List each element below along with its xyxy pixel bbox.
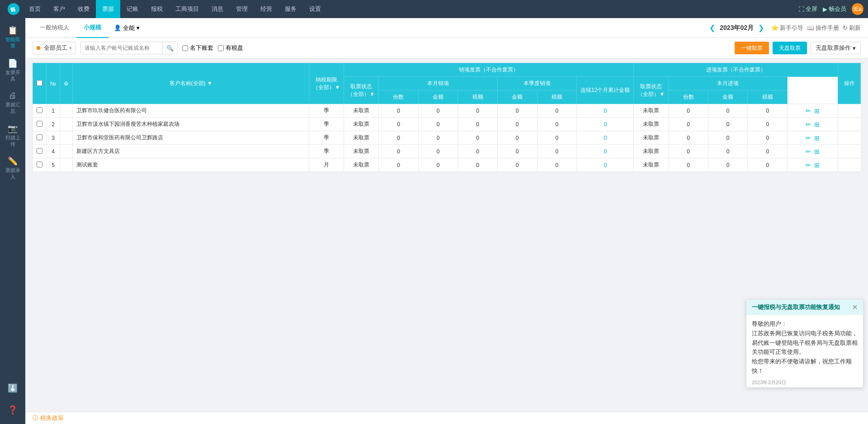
nav-commerce[interactable]: 工商项目 <box>169 0 205 18</box>
row-select-checkbox[interactable] <box>37 148 42 154</box>
tax-disk-checkbox-label[interactable]: 有税盘 <box>218 44 243 52</box>
more-icon[interactable]: ⊞ <box>814 162 820 169</box>
row-purchase-status: 未取票 <box>634 118 669 131</box>
nav-bookkeeping[interactable]: 记账 <box>120 0 145 18</box>
manual-btn[interactable]: 📖 操作手册 <box>807 24 839 32</box>
tab-small[interactable]: 小规模 <box>76 18 108 38</box>
refresh-btn[interactable]: ↻ 刷新 <box>843 24 861 32</box>
sidebar-item-summary[interactable]: 🖨 票据汇总 <box>1 87 24 118</box>
row-sales-status: 未取票 <box>344 118 379 131</box>
12month-link[interactable]: 0 <box>604 121 607 128</box>
sidebar-download[interactable]: ⬇️ <box>1 380 24 398</box>
edit-icon[interactable]: ✏ <box>806 107 811 114</box>
edit-icon[interactable]: ✏ <box>806 134 811 142</box>
filter-right: 一键取票 无盘取票 无盘取票操作 ▾ <box>735 42 861 54</box>
nav-settings[interactable]: 设置 <box>303 0 327 18</box>
more-icon[interactable]: ⊞ <box>814 148 820 155</box>
row-select-checkbox[interactable] <box>37 162 42 167</box>
nav-home[interactable]: 首页 <box>23 0 47 18</box>
row-sm-amount: 0 <box>418 131 458 145</box>
my-accounts-checkbox-label[interactable]: 名下账套 <box>182 44 213 52</box>
no-disk-fetch-btn[interactable]: 无盘取票 <box>773 42 807 54</box>
search-input-wrap: 🔍 <box>80 42 178 54</box>
edit-icon[interactable]: ✏ <box>806 162 811 169</box>
12month-link[interactable]: 0 <box>604 162 607 168</box>
nav-invoice[interactable]: 票据 <box>96 0 120 18</box>
row-checkbox[interactable] <box>33 131 47 145</box>
my-accounts-checkbox[interactable] <box>182 45 188 51</box>
sidebar-item-entry[interactable]: ✏️ 票据录入 <box>1 152 24 184</box>
row-select-checkbox[interactable] <box>37 121 42 127</box>
tab-all[interactable]: 👤 全能 ▾ <box>108 24 145 32</box>
nav-management[interactable]: 管理 <box>230 0 254 18</box>
new-guide-btn[interactable]: ⭐ 新手引导 <box>771 24 803 32</box>
row-sm-amount: 0 <box>418 118 458 131</box>
one-click-fetch-btn[interactable]: 一键取票 <box>735 42 769 54</box>
member-btn[interactable]: ▶ 畅会员 <box>823 5 846 13</box>
main-content: 一般纳税人 小规模 👤 全能 ▾ ❮ 2023年02月 ❯ ⭐ 新手引导 📖 操… <box>25 18 868 424</box>
tax-disk-checkbox[interactable] <box>218 45 224 51</box>
avatar[interactable]: tEa <box>852 3 863 15</box>
sidebar-item-scan[interactable]: 📷 扫描上传 <box>1 120 24 151</box>
notification-close-btn[interactable]: ✕ <box>852 304 858 311</box>
my-accounts-label: 名下账套 <box>190 44 213 52</box>
search-btn[interactable]: 🔍 <box>162 42 177 54</box>
row-checkbox[interactable] <box>33 118 47 131</box>
issue-icon: 📄 <box>8 58 18 68</box>
edit-icon[interactable]: ✏ <box>806 121 811 128</box>
row-sq-tax: 0 <box>537 145 577 158</box>
col-sales-month-header: 本月销项 <box>379 77 498 91</box>
tax-policy-link[interactable]: ⓘ 税务政策 <box>33 414 64 422</box>
select-all-checkbox[interactable] <box>37 80 42 86</box>
row-sm-tax: 0 <box>458 118 498 131</box>
notification-popup: 一键报税与无盘取票功能恢复通知 ✕ 尊敬的用户： 江苏政务网已恢复访问电子税务局… <box>746 299 863 388</box>
row-checkbox[interactable] <box>33 158 47 172</box>
more-operations-btn[interactable]: 无盘取票操作 ▾ <box>811 42 861 54</box>
nav-message[interactable]: 消息 <box>205 0 230 18</box>
12month-link[interactable]: 0 <box>604 134 607 141</box>
nav-billing[interactable]: 收费 <box>71 0 96 18</box>
12month-link[interactable]: 0 <box>604 107 607 114</box>
smart-fetch-icon: 📋 <box>8 25 18 35</box>
12month-link[interactable]: 0 <box>604 148 607 155</box>
row-sq-tax: 0 <box>537 158 577 172</box>
prev-period-btn[interactable]: ❮ <box>709 24 715 32</box>
row-sm-amount: 0 <box>418 145 458 158</box>
nav-operation[interactable]: 经营 <box>254 0 278 18</box>
row-sm-tax: 0 <box>458 145 498 158</box>
row-select-checkbox[interactable] <box>37 107 42 113</box>
row-pm-tax: 0 <box>748 131 788 145</box>
summary-icon: 🖨 <box>9 91 17 100</box>
edit-icon[interactable]: ✏ <box>806 148 811 155</box>
row-checkbox[interactable] <box>33 145 47 158</box>
sidebar-item-smart-fetch[interactable]: 📋 智能取票 <box>1 22 24 53</box>
nav-tax[interactable]: 报税 <box>145 0 169 18</box>
tab-all-label: 全能 <box>123 24 135 32</box>
fullscreen-btn[interactable]: ⛶ 全屏 <box>798 5 817 13</box>
sidebar-help[interactable]: ❓ <box>1 401 24 419</box>
employee-select[interactable]: 全部员工 ▾ <box>33 42 76 54</box>
next-period-btn[interactable]: ❯ <box>758 24 764 32</box>
nav-items: 首页 客户 收费 票据 记账 报税 工商项目 消息 管理 经营 服务 设置 <box>23 0 798 18</box>
more-icon[interactable]: ⊞ <box>814 134 820 142</box>
more-icon[interactable]: ⊞ <box>814 121 820 128</box>
row-tax-period: 季 <box>309 118 344 131</box>
nav-client[interactable]: 客户 <box>47 0 71 18</box>
row-pm-tax: 0 <box>748 104 788 118</box>
row-select-checkbox[interactable] <box>37 134 42 140</box>
row-sm-amount: 0 <box>418 158 458 172</box>
tab-general[interactable]: 一般纳税人 <box>33 18 76 38</box>
search-input[interactable] <box>81 45 162 51</box>
svg-text:畅: 畅 <box>10 7 15 12</box>
row-client: 卫辉市保和堂医药有限公司卫辉路店 <box>73 131 309 145</box>
row-settings <box>60 158 73 172</box>
table-row: 1 卫辉市玖玖健合医药有限公司 季 未取票 0 0 0 0 0 0 未取票 0 … <box>33 104 861 118</box>
chevron-down-icon2: ▾ <box>69 45 72 51</box>
row-sm-count: 0 <box>379 158 419 172</box>
sidebar-item-issue[interactable]: 📄 发票开具 <box>1 55 24 86</box>
nav-service[interactable]: 服务 <box>278 0 303 18</box>
more-icon[interactable]: ⊞ <box>814 107 820 114</box>
row-sq-amount: 0 <box>497 158 537 172</box>
row-checkbox[interactable] <box>33 104 47 118</box>
sidebar-item-issue-label: 发票开具 <box>3 69 22 82</box>
